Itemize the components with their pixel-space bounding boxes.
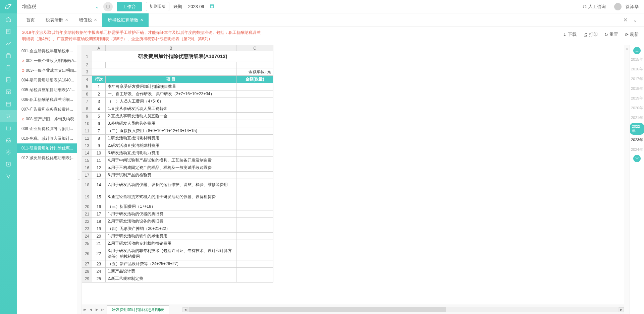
refresh-button[interactable]: ⟳ 刷新 <box>625 32 639 38</box>
line-number[interactable]: 17 <box>92 210 106 218</box>
consult-button[interactable]: 人工咨询 <box>582 4 606 10</box>
workbench-button[interactable]: 工作台 <box>117 2 142 11</box>
row-num[interactable]: 20 <box>82 203 92 210</box>
row-num[interactable]: 28 <box>82 268 92 275</box>
line-amount[interactable] <box>236 120 273 127</box>
line-amount[interactable] <box>236 275 273 282</box>
line-item[interactable]: 5.用于不构成固定资产的样品、样机及一般测试手段购置费 <box>106 164 236 172</box>
row-num[interactable]: 5 <box>82 83 92 90</box>
line-item[interactable]: 8.通过经营租赁方式租入的用于研发活动的仪器、设备租赁费 <box>106 191 236 203</box>
row-num[interactable]: 1 <box>82 51 92 62</box>
row-num[interactable]: 7 <box>82 98 92 105</box>
tabs-menu[interactable]: ⌄ <box>630 17 640 23</box>
line-amount[interactable] <box>236 203 273 210</box>
line-item[interactable]: （二）直接投入费用（8+9+10+11+12+13+14+15） <box>106 127 236 135</box>
line-number[interactable]: 24 <box>92 268 106 275</box>
row-num[interactable]: 11 <box>82 127 92 135</box>
nav-bag[interactable] <box>0 50 17 62</box>
year-2021年[interactable]: 2021年 <box>630 113 643 122</box>
line-number[interactable]: 20 <box>92 233 106 240</box>
year-2016年[interactable]: 2016年 <box>630 65 643 74</box>
calendar-icon[interactable] <box>210 4 214 9</box>
line-amount[interactable] <box>236 260 273 268</box>
line-amount[interactable] <box>236 113 273 120</box>
nav-template[interactable] <box>0 86 17 98</box>
line-number[interactable]: 12 <box>92 164 106 172</box>
close-all-tabs[interactable]: ✕ <box>621 17 630 23</box>
sheet-nav-prev[interactable]: ◀ <box>88 308 94 311</box>
period-value[interactable]: 2023-09 <box>188 4 204 9</box>
nav-inbox[interactable] <box>0 134 17 146</box>
line-number[interactable]: 21 <box>92 240 106 247</box>
line-item[interactable]: （五）新产品设计费等（24+25+26+27） <box>106 260 236 268</box>
line-item[interactable]: 1.用于研发活动的软件的摊销费用 <box>106 233 236 240</box>
spreadsheet[interactable]: ABC1研发费用加计扣除优惠明细表(A107012)23金额单位: 元4行次项 … <box>82 45 624 305</box>
line-item[interactable]: （三）折旧费用（17+18） <box>106 203 236 210</box>
row-num[interactable]: 13 <box>82 142 92 149</box>
year-down-button[interactable]: ︾ <box>633 155 641 162</box>
switch-old-button[interactable]: 切到旧版 <box>146 2 169 11</box>
row-num[interactable]: 27 <box>82 260 92 268</box>
year-2023年[interactable]: 2023年 <box>630 135 643 144</box>
hscroll-thumb[interactable] <box>189 307 446 312</box>
line-number[interactable]: 14 <box>92 179 106 191</box>
round-menu-button[interactable] <box>103 2 113 11</box>
line-item[interactable]: 3.用于研发活动的非专利技术（包括许可证、专有技术、设计和计算方法等）的摊销费用 <box>106 247 236 260</box>
line-number[interactable]: 5 <box>92 113 106 120</box>
line-item[interactable]: 2.用于研发活动的设备的折旧费 <box>106 218 236 225</box>
line-amount[interactable] <box>236 247 273 260</box>
sheet-corner[interactable] <box>82 45 92 51</box>
line-item[interactable]: 2.新工艺规程制定费 <box>106 275 236 282</box>
line-item[interactable]: 1.用于研发活动的仪器的折旧费 <box>106 210 236 218</box>
line-number[interactable]: 11 <box>92 157 106 164</box>
hscroll-right[interactable]: ▶ <box>619 307 624 312</box>
vat-selector[interactable]: 增值税 ⌄ <box>22 4 99 10</box>
close-icon[interactable]: ✕ <box>65 18 68 22</box>
nav-clipboard[interactable] <box>0 62 17 74</box>
form-item-11[interactable]: 012-减免所得税优惠明细表(... <box>17 153 77 163</box>
nav-home[interactable] <box>0 13 17 25</box>
line-item[interactable]: 2.用于研发活动的专利权的摊销费用 <box>106 240 236 247</box>
year-2017年[interactable]: 2017年 <box>630 74 643 83</box>
form-item-1[interactable]: ⊘002-一般企业收入明细表(A... <box>17 56 77 66</box>
line-number[interactable]: 19 <box>92 225 106 233</box>
hscroll[interactable]: ◀ ▶ <box>182 307 624 312</box>
line-amount[interactable] <box>236 135 273 142</box>
line-item[interactable]: 7.用于研发活动的仪器、设备的运行维护、调整、检验、维修等费用 <box>106 179 236 191</box>
collapse-left-handle[interactable]: ‹‹ <box>77 45 82 314</box>
reset-button[interactable]: ↻ 重置 <box>604 32 618 38</box>
line-amount[interactable] <box>236 218 273 225</box>
avatar[interactable] <box>614 3 622 10</box>
nav-doc[interactable] <box>0 25 17 38</box>
year-2024年[interactable]: 2024年 <box>630 145 643 154</box>
line-amount[interactable] <box>236 240 273 247</box>
line-number[interactable]: 10 <box>92 149 106 157</box>
expand-right-handle[interactable]: ›› <box>624 45 630 314</box>
col-header-C[interactable]: C <box>236 45 273 51</box>
form-item-2[interactable]: ⊘003-一般企业成本支出明细... <box>17 66 77 75</box>
line-number[interactable]: 6 <box>92 120 106 127</box>
year-up-button[interactable]: ︽ <box>633 47 641 54</box>
line-item[interactable]: 一、自主研发、合作研发、集中研发（3+7+16+19+23+34） <box>106 90 236 98</box>
line-number[interactable]: 13 <box>92 172 106 179</box>
line-item[interactable]: 2.研发活动直接消耗燃料费用 <box>106 142 236 149</box>
nav-settings[interactable] <box>0 146 17 158</box>
line-item[interactable]: 本年可享受研发费用加计扣除项目数量 <box>106 83 236 90</box>
line-number[interactable]: 3 <box>92 98 106 105</box>
hscroll-left[interactable]: ◀ <box>182 307 188 312</box>
row-num[interactable]: 3 <box>82 68 92 76</box>
tab-0[interactable]: 首页 <box>21 13 40 27</box>
form-item-5[interactable]: 006-职工薪酬纳税调整明细... <box>17 95 77 105</box>
row-num[interactable]: 25 <box>82 240 92 247</box>
row-num[interactable]: 19 <box>82 191 92 203</box>
form-item-9[interactable]: 010-免税、减计收入及加计... <box>17 134 77 143</box>
line-amount[interactable] <box>236 164 273 172</box>
line-number[interactable]: 16 <box>92 203 106 210</box>
col-header-B[interactable]: B <box>106 45 236 51</box>
line-amount[interactable] <box>236 142 273 149</box>
row-num[interactable]: 29 <box>82 275 92 282</box>
line-amount[interactable] <box>236 179 273 191</box>
line-item[interactable]: （一）人员人工费用（4+5+6） <box>106 98 236 105</box>
line-item[interactable]: 4.用于中间试验和产品试制的模具、工艺装备开发及制造费 <box>106 157 236 164</box>
row-num[interactable]: 18 <box>82 179 92 191</box>
